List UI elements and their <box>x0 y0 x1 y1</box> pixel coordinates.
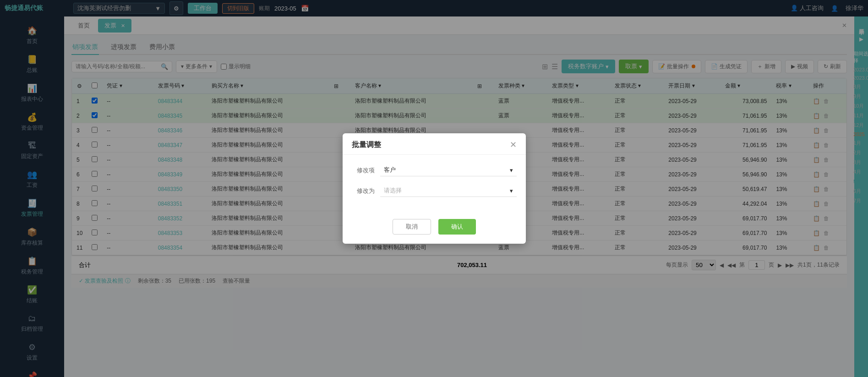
modal-header: 批量调整 ✕ <box>343 133 526 155</box>
modify-field-value: 客户 <box>384 166 396 174</box>
batch-adjust-modal: 批量调整 ✕ 修改项 客户 ▾ 修改为 请选择 ▾ 取消 确认 <box>343 133 526 244</box>
modify-to-placeholder: 请选择 <box>384 186 402 195</box>
modal-footer: 取消 确认 <box>343 214 526 244</box>
modify-to-label: 修改为 <box>352 187 375 195</box>
modal-overlay: 批量调整 ✕ 修改项 客户 ▾ 修改为 请选择 ▾ 取消 确认 <box>0 0 868 377</box>
modify-to-row: 修改为 请选择 ▾ <box>352 185 517 197</box>
confirm-button[interactable]: 确认 <box>438 219 476 235</box>
modify-field-row: 修改项 客户 ▾ <box>352 164 517 176</box>
modal-close-btn[interactable]: ✕ <box>510 140 517 150</box>
modify-field-label: 修改项 <box>352 166 375 175</box>
select-dropdown-icon2: ▾ <box>510 187 513 194</box>
select-dropdown-icon: ▾ <box>510 167 513 174</box>
modal-title: 批量调整 <box>352 140 381 150</box>
modify-field-select[interactable]: 客户 ▾ <box>380 164 517 176</box>
modify-to-select[interactable]: 请选择 ▾ <box>380 185 517 197</box>
cancel-button[interactable]: 取消 <box>393 219 431 235</box>
modal-body: 修改项 客户 ▾ 修改为 请选择 ▾ <box>343 155 526 214</box>
